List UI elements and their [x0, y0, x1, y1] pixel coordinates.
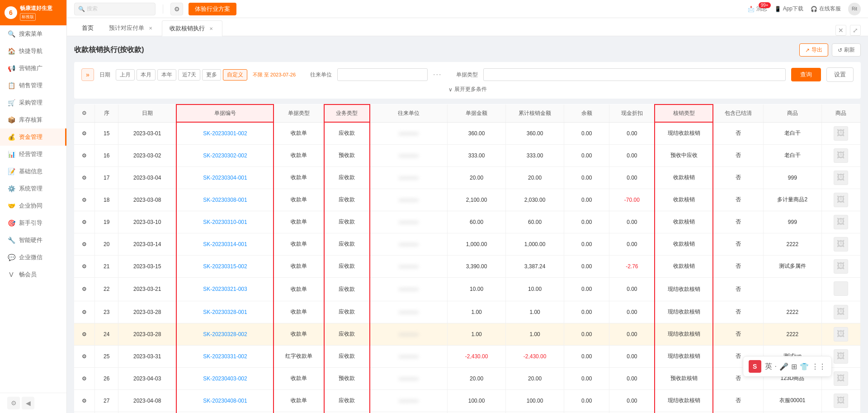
- sidebar-item-operations[interactable]: 📊经营管理: [0, 146, 66, 163]
- row-docno[interactable]: SK-20230403-002: [176, 367, 274, 389]
- col-doctype-header[interactable]: 单据类型: [274, 104, 324, 122]
- sidebar-item-finance[interactable]: 💰资金管理: [0, 128, 66, 146]
- sidebar-item-marketing[interactable]: 📢营销推广: [0, 60, 66, 77]
- row-docno[interactable]: SK-20230331-002: [176, 345, 274, 367]
- col-amount-header[interactable]: 单据金额: [448, 104, 506, 122]
- row-docno[interactable]: SK-20230328-002: [176, 323, 274, 345]
- col-biztype-header[interactable]: 业务类型: [324, 104, 369, 122]
- col-writetype-header[interactable]: 核销类型: [655, 104, 713, 122]
- row-settings[interactable]: ⚙: [74, 323, 95, 345]
- row-docno[interactable]: SK-20230328-001: [176, 301, 274, 323]
- topbar-search[interactable]: 🔍 搜索: [74, 3, 156, 15]
- row-settings[interactable]: ⚙: [74, 389, 95, 412]
- docno-link[interactable]: SK-20230328-001: [203, 309, 247, 315]
- tab-expand-btn[interactable]: ⤢: [850, 25, 861, 36]
- docno-link[interactable]: SK-20230314-001: [203, 241, 247, 247]
- date-this-year-btn[interactable]: 本年: [157, 69, 176, 81]
- solution-btn[interactable]: 体验行业方案: [189, 3, 236, 15]
- row-docno[interactable]: SK-20230408-001: [176, 389, 274, 412]
- row-docno[interactable]: SK-20230321-003: [176, 277, 274, 301]
- row-docno[interactable]: SK-20230315-002: [176, 255, 274, 277]
- app-download-btn[interactable]: 📱 App下载: [774, 5, 803, 13]
- row-settings[interactable]: ⚙: [74, 345, 95, 367]
- row-settings[interactable]: ⚙: [74, 301, 95, 323]
- col-include-header[interactable]: 包含已结清: [713, 104, 763, 122]
- row-settings[interactable]: ⚙: [74, 255, 95, 277]
- sidebar-item-guide[interactable]: 🎯新手引导: [0, 214, 66, 232]
- date-more-btn[interactable]: 更多: [202, 69, 221, 81]
- tab-pending-payment[interactable]: 预计对应付单 ✕: [101, 20, 162, 36]
- row-settings[interactable]: ⚙: [74, 233, 95, 255]
- row-docno[interactable]: SK-20230302-002: [176, 144, 274, 166]
- row-settings[interactable]: ⚙: [74, 144, 95, 166]
- notice-btn[interactable]: 📩 消息 99+: [748, 5, 767, 13]
- refresh-btn[interactable]: ↺ 刷新: [832, 43, 861, 57]
- sidebar-item-system[interactable]: ⚙️系统管理: [0, 180, 66, 197]
- col-unit-header[interactable]: 往来单位: [370, 104, 448, 122]
- tab-pending-close[interactable]: ✕: [147, 24, 154, 32]
- row-docno[interactable]: SK-20230304-001: [176, 166, 274, 189]
- row-docno[interactable]: SK-20230301-002: [176, 122, 274, 144]
- docno-link[interactable]: SK-20230408-001: [203, 398, 247, 404]
- docno-link[interactable]: SK-20230310-001: [203, 219, 247, 225]
- docno-link[interactable]: SK-20230328-002: [203, 331, 247, 337]
- row-settings[interactable]: ⚙: [74, 122, 95, 144]
- col-settings-header[interactable]: ⚙: [74, 104, 95, 122]
- unit-input[interactable]: [337, 68, 428, 81]
- row-docno[interactable]: SK-20230308-001: [176, 189, 274, 211]
- col-docno-header[interactable]: 单据编号: [176, 104, 274, 122]
- docno-link[interactable]: SK-20230321-003: [203, 286, 247, 292]
- setting-btn[interactable]: 设置: [826, 67, 854, 82]
- col-date-header[interactable]: 日期: [118, 104, 176, 122]
- service-btn[interactable]: 🎧 在线客服: [811, 5, 841, 13]
- floating-text-icon[interactable]: 英: [765, 362, 772, 371]
- row-settings[interactable]: ⚙: [74, 166, 95, 189]
- col-goodsimg-header[interactable]: 商品: [821, 104, 860, 122]
- row-settings[interactable]: ⚙: [74, 367, 95, 389]
- collapse-btn[interactable]: ◀: [22, 397, 34, 409]
- col-goods-header[interactable]: 商品: [763, 104, 821, 122]
- sidebar-item-purchase[interactable]: 🛒采购管理: [0, 94, 66, 111]
- docno-link[interactable]: SK-20230308-001: [203, 197, 247, 203]
- col-accamount-header[interactable]: 累计核销金额: [506, 104, 564, 122]
- col-balance-header[interactable]: 余额: [564, 104, 609, 122]
- floating-shirt-icon[interactable]: 👕: [800, 362, 809, 371]
- docno-link[interactable]: SK-20230304-001: [203, 175, 247, 181]
- sidebar-item-wechat[interactable]: 💬企业微信: [0, 249, 66, 266]
- filter-more-btn[interactable]: ∨ 展开更多条件: [448, 85, 487, 93]
- sidebar-item-sales[interactable]: 📋销售管理: [0, 77, 66, 94]
- row-settings[interactable]: ⚙: [74, 277, 95, 301]
- tab-close-all-btn[interactable]: ✕: [835, 25, 846, 36]
- export-btn[interactable]: ↗ 导出: [799, 43, 828, 57]
- floating-grid-icon[interactable]: ⊞: [791, 362, 797, 371]
- floating-more-icon[interactable]: ⋮⋮: [811, 362, 826, 371]
- docno-link[interactable]: SK-20230302-002: [203, 152, 247, 159]
- date-this-month-btn[interactable]: 本月: [137, 69, 156, 81]
- row-docno[interactable]: SK-20230314-001: [176, 233, 274, 255]
- col-discount-header[interactable]: 现金折扣: [609, 104, 655, 122]
- tab-writeoff-close[interactable]: ✕: [208, 25, 215, 32]
- sidebar-item-member[interactable]: V畅会员: [0, 266, 66, 283]
- floating-mic-icon[interactable]: 🎤: [779, 362, 788, 371]
- topbar-gear-btn[interactable]: ⚙: [170, 3, 183, 15]
- row-settings[interactable]: ⚙: [74, 189, 95, 211]
- doctype-select[interactable]: [483, 68, 786, 81]
- tab-home[interactable]: 首页: [74, 20, 101, 36]
- docno-link[interactable]: SK-20230301-002: [203, 130, 247, 137]
- settings-bottom-btn[interactable]: ⚙: [7, 397, 20, 409]
- sidebar-item-basics[interactable]: 📝基础信息: [0, 163, 66, 180]
- sidebar-item-quicknav[interactable]: 🏠快捷导航: [0, 43, 66, 60]
- user-avatar[interactable]: Rit: [848, 3, 861, 15]
- docno-link[interactable]: SK-20230403-002: [203, 375, 247, 382]
- row-settings[interactable]: ⚙: [74, 211, 95, 233]
- row-docno[interactable]: SK-20230310-001: [176, 211, 274, 233]
- date-custom-btn[interactable]: 自定义: [223, 69, 247, 81]
- sidebar-item-enterprise[interactable]: 🤝企业协同: [0, 197, 66, 214]
- docno-link[interactable]: SK-20230315-002: [203, 263, 247, 270]
- sidebar-item-inventory[interactable]: 📦库存核算: [0, 111, 66, 128]
- query-btn[interactable]: 查询: [791, 68, 821, 81]
- docno-link[interactable]: SK-20230331-002: [203, 353, 247, 360]
- tab-writeoff-active[interactable]: 收款核销执行 ✕: [162, 20, 222, 36]
- sidebar-item-hardware[interactable]: 🔧智能硬件: [0, 232, 66, 249]
- date-7days-btn[interactable]: 近7天: [178, 69, 200, 81]
